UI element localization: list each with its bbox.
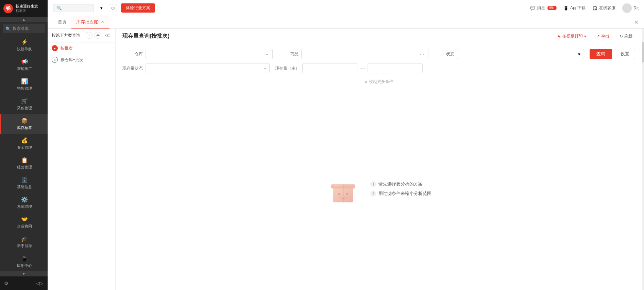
status-select[interactable]: ▾ (457, 49, 584, 59)
warehouse-input[interactable]: ··· (146, 49, 273, 59)
action-buttons: 查询 设置 (590, 49, 635, 59)
sidebar-item-finance[interactable]: 💰 资金管理 (0, 134, 48, 153)
step1-num: 1 (370, 181, 376, 187)
sidebar-item-newbie[interactable]: 🎓 新手引导 (0, 232, 48, 252)
phone-icon: 📱 (563, 6, 569, 11)
refresh-label: 刷新 (624, 33, 632, 39)
stock-status-dropdown-icon: ▾ (264, 67, 266, 70)
filter-scheme-by-batch[interactable]: ● 按批次 (48, 42, 115, 54)
export-button[interactable]: ↗ 导出 (594, 32, 612, 40)
tabs-bar: 首页 库存批次账 ✕ ✕ (48, 16, 644, 29)
stock-qty-max-input[interactable] (368, 63, 423, 73)
tab-close-button[interactable]: ✕ (100, 20, 105, 24)
notifications-button[interactable]: 💬 消息 99+ (530, 5, 557, 11)
product-input[interactable]: ··· (301, 49, 428, 59)
stock-qty-dash: — (360, 66, 365, 71)
close-tab-right-button[interactable]: ✕ (634, 19, 639, 25)
enterprise-icon: 🤝 (21, 216, 28, 222)
export-icon: ↗ (596, 34, 600, 39)
filter-panel-header: 按以下方案查询 + ≪ (48, 29, 115, 42)
settings-button[interactable]: 设置 (615, 49, 635, 59)
sidebar-item-shortcut[interactable]: ⚡ 快捷导航 (0, 35, 48, 55)
sidebar-scroll-down[interactable]: ▼ (0, 271, 48, 276)
sidebar-item-label: 营销推广 (17, 66, 32, 71)
refresh-icon: ↻ (620, 34, 623, 39)
tab-inventory-batch-label: 库存批次账 (76, 19, 98, 25)
user-name: Rit (633, 6, 639, 11)
scheme-icon-active: ● (52, 45, 58, 51)
sidebar-item-marketing[interactable]: 📢 营销推广 (0, 55, 48, 75)
print-template-button[interactable]: 🖨 按模板打印 ▾ (554, 32, 589, 40)
sidebar-item-system[interactable]: ⚙️ 系统管理 (0, 193, 48, 213)
query-button[interactable]: 查询 (590, 49, 612, 59)
sales-icon: 📊 (21, 78, 28, 85)
filter-panel-collapse[interactable]: ≪ (103, 32, 111, 39)
sidebar-item-label: 应用中心 (17, 263, 32, 268)
stock-qty-min-input[interactable] (302, 63, 357, 73)
sidebar-item-operations[interactable]: 📋 经营管理 (0, 153, 48, 173)
sidebar-nav: ⚡ 快捷导航 📢 营销推广 📊 销售管理 🛒 采购管理 📦 库存核算 💰 资金管… (0, 35, 48, 271)
search-row-2: 现存量状态 ▾ 现存量（主） — (122, 63, 635, 73)
inventory-icon: 📦 (21, 117, 28, 124)
page-header-actions: 🖨 按模板打印 ▾ ↗ 导出 ↻ 刷新 (554, 32, 635, 40)
sidebar-item-label: 经营管理 (17, 165, 32, 170)
settings-button[interactable]: ⚙ (3, 279, 10, 287)
filter-scheme-by-warehouse-batch[interactable]: ○ 按仓库+批次 (48, 54, 115, 66)
sidebar-item-purchase[interactable]: 🛒 采购管理 (0, 94, 48, 114)
online-service-button[interactable]: 🎧 在线客服 (592, 5, 615, 11)
finance-icon: 💰 (21, 137, 28, 144)
scheme-settings-button[interactable] (95, 32, 101, 39)
user-menu[interactable]: Rit (622, 3, 639, 13)
topbar-search-icon: 🔍 (57, 6, 62, 11)
stock-status-label: 现存量状态 (122, 66, 143, 71)
empty-state: 1 请先选择要分析的方案 2 用过滤条件来缩小分析范围 (116, 91, 642, 290)
filter-panel: 按以下方案查询 + ≪ ● 按批次 ○ 按仓库+ (48, 29, 116, 290)
right-scrollbar (642, 29, 644, 290)
tab-home-label: 首页 (58, 19, 67, 25)
trial-button[interactable]: 体验行业方案 (121, 3, 155, 13)
appstore-icon: 📱 (21, 255, 28, 262)
sidebar-company-name: 畅康通好生意 (16, 4, 38, 8)
search-row-1: 仓库 ··· 商品 ··· 状态 (122, 49, 635, 59)
marketing-icon: 📢 (21, 58, 28, 65)
stock-status-select[interactable]: ▾ (146, 63, 270, 73)
chevron-up-icon: ∧ (365, 79, 368, 84)
step2-num: 2 (370, 191, 376, 197)
sidebar-footer: ⚙ ◁▷ (0, 276, 48, 290)
tab-inventory-batch[interactable]: 库存批次账 ✕ (71, 16, 109, 29)
sidebar-header: 畅 畅康通好生意 标准版 (0, 0, 48, 17)
sidebar-search[interactable]: 🔍 搜索菜单 (3, 24, 45, 33)
app-download-button[interactable]: 📱 App下载 (563, 5, 586, 11)
export-label: 导出 (601, 33, 609, 39)
tab-home[interactable]: 首页 (53, 16, 71, 29)
sidebar-item-sales[interactable]: 📊 销售管理 (0, 75, 48, 94)
sidebar-item-appstore[interactable]: 📱 应用中心 (0, 252, 48, 271)
topbar: 🔍 ▾ ⚙ 体验行业方案 💬 消息 99+ 📱 App下载 🎧 在线客服 Rit (48, 0, 644, 16)
warehouse-label: 仓库 (122, 51, 143, 57)
stock-status-field: 现存量状态 ▾ (122, 63, 270, 73)
scrollbar-thumb[interactable] (642, 42, 644, 62)
sidebar-edition: 标准版 (16, 8, 38, 13)
warehouse-dots-button[interactable]: ··· (264, 51, 269, 57)
sidebar-item-enterprise[interactable]: 🤝 企业协同 (0, 213, 48, 232)
filter-scheme-label: 按批次 (61, 46, 73, 51)
topbar-dropdown-icon[interactable]: ▾ (98, 5, 105, 12)
search-area: 仓库 ··· 商品 ··· 状态 (116, 44, 642, 91)
topbar-search[interactable]: 🔍 (53, 4, 94, 12)
svg-point-5 (346, 193, 348, 195)
add-scheme-button[interactable]: + (86, 32, 92, 39)
product-dots-button[interactable]: ··· (419, 51, 425, 57)
status-label: 状态 (434, 51, 454, 57)
topbar-settings-icon[interactable]: ⚙ (109, 4, 117, 12)
svg-point-4 (338, 193, 340, 195)
online-service-label: 在线客服 (599, 5, 615, 11)
refresh-button[interactable]: ↻ 刷新 (617, 32, 635, 40)
collapse-conditions-button[interactable]: ∧ 收起更多条件 (122, 77, 635, 86)
empty-box-icon (326, 174, 360, 207)
collapse-sidebar-button[interactable]: ◁▷ (35, 279, 45, 287)
sidebar-item-inventory[interactable]: 📦 库存核算 (0, 114, 48, 134)
sidebar-scroll-up[interactable]: ▲ (0, 17, 48, 22)
sidebar-item-basic[interactable]: 🗄️ 基础信息 (0, 173, 48, 193)
empty-text: 1 请先选择要分析的方案 2 用过滤条件来缩小分析范围 (370, 181, 431, 200)
sidebar-search-label: 搜索菜单 (13, 26, 29, 32)
